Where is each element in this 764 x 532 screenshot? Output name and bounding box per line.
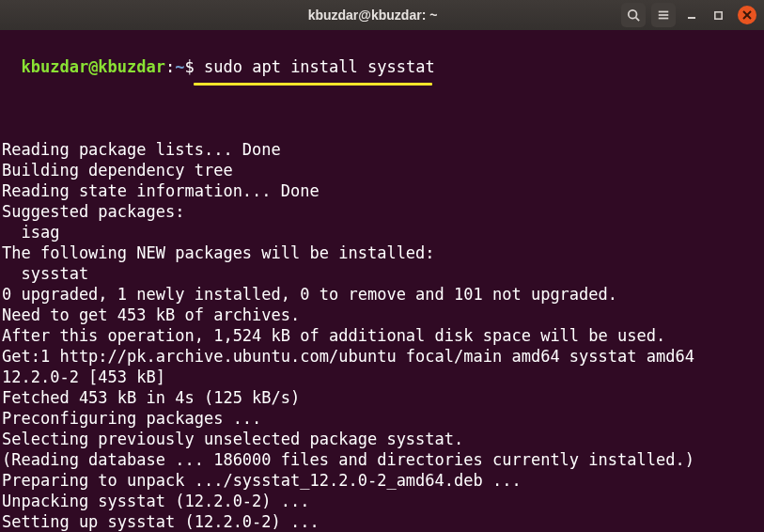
output-line: (Reading database ... 186000 files and d… — [2, 449, 762, 470]
output-line: isag — [2, 222, 762, 243]
output-line: Selecting previously unselected package … — [2, 429, 762, 449]
titlebar-controls — [569, 3, 756, 27]
maximize-icon — [713, 10, 724, 21]
output-line: Preparing to unpack .../sysstat_12.2.0-2… — [2, 470, 762, 491]
minimize-icon — [686, 9, 697, 21]
search-icon — [627, 8, 640, 22]
output-line: Reading package lists... Done — [2, 139, 762, 160]
output-line: Building dependency tree — [2, 160, 762, 180]
command: sudo apt install sysstat — [204, 57, 435, 76]
terminal-body[interactable]: kbuzdar@kbuzdar:~$ sudo apt install syss… — [0, 30, 764, 532]
output-line: After this operation, 1,524 kB of additi… — [2, 325, 762, 346]
output-line: Suggested packages: — [2, 201, 762, 222]
minimize-button[interactable] — [681, 5, 702, 25]
window-titlebar: kbuzdar@kbuzdar: ~ — [0, 0, 764, 30]
highlight-underline — [194, 83, 432, 86]
window-title: kbuzdar@kbuzdar: ~ — [177, 5, 569, 25]
output-line: Setting up sysstat (12.2.0-2) ... — [2, 511, 762, 532]
output-line: Unpacking sysstat (12.2.0-2) ... — [2, 491, 762, 511]
output-line: Fetched 453 kB in 4s (125 kB/s) — [2, 387, 762, 408]
output-line: The following NEW packages will be insta… — [2, 243, 762, 263]
output-line: Preconfiguring packages ... — [2, 408, 762, 429]
svg-point-0 — [629, 10, 637, 19]
close-icon — [742, 10, 752, 20]
maximize-button[interactable] — [708, 5, 728, 25]
output-line: sysstat — [2, 263, 762, 284]
menu-button[interactable] — [651, 3, 676, 27]
prompt-path: ~ — [175, 57, 184, 76]
hamburger-icon — [657, 8, 670, 22]
search-button[interactable] — [621, 3, 646, 27]
output-line: 0 upgraded, 1 newly installed, 0 to remo… — [2, 284, 762, 305]
close-button[interactable] — [738, 6, 756, 24]
terminal-output: Reading package lists... DoneBuilding de… — [2, 139, 762, 532]
prompt-dollar: $ — [185, 57, 195, 76]
prompt-line: kbuzdar@kbuzdar:~$ sudo apt install syss… — [21, 56, 434, 118]
svg-line-1 — [636, 18, 640, 22]
prompt-colon: : — [165, 57, 175, 76]
output-line: Get:1 http://pk.archive.ubuntu.com/ubunt… — [2, 346, 762, 387]
command-text — [195, 57, 204, 76]
output-line: Need to get 453 kB of archives. — [2, 305, 762, 325]
svg-rect-6 — [714, 11, 721, 18]
prompt-user-host: kbuzdar@kbuzdar — [21, 57, 165, 76]
output-line: Reading state information... Done — [2, 180, 762, 201]
